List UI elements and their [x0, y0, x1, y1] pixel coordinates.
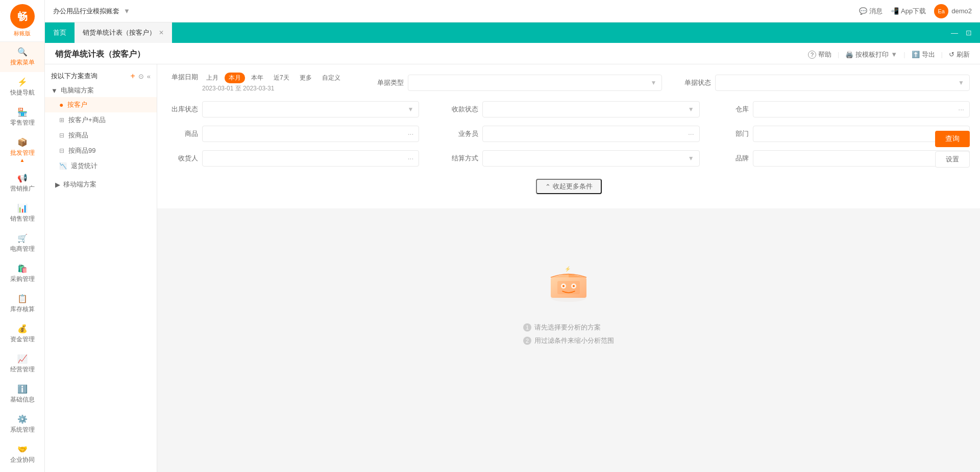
- sidebar-item-newguide[interactable]: 🎯 新手引导: [0, 469, 44, 472]
- minimize-btn[interactable]: —: [949, 28, 960, 38]
- date-tab-more[interactable]: 更多: [296, 73, 316, 83]
- sidebar-item-label: 营销推广: [10, 184, 35, 193]
- scheme-panel: 按以下方案查询 + ⊙ « ▼ 电脑端方案 ● 按: [45, 64, 157, 472]
- page-actions: ? 帮助 | 🖨️ 按模板打印 ▼ | ⬆️ 导出 | ↺ 刷新: [808, 50, 970, 59]
- scheme-item-by-product[interactable]: ⊟ 按商品: [45, 128, 157, 143]
- out-status-label: 出库状态: [167, 105, 198, 114]
- sidebar-item-system[interactable]: ⚙️ 系统管理: [0, 409, 44, 439]
- add-scheme-icon[interactable]: +: [130, 72, 135, 81]
- filter-staff: 业务员 ···: [448, 126, 699, 142]
- scheme-item-by-product99[interactable]: ⊟ 按商品99: [45, 143, 157, 158]
- svg-text:⚡: ⚡: [565, 266, 571, 272]
- product-input[interactable]: ···: [202, 126, 419, 142]
- app-name: 办公用品行业模拟账套: [53, 7, 119, 16]
- collect-status-input[interactable]: ▼: [482, 101, 699, 117]
- tab-sales-stats-label: 销货单统计表（按客户）: [83, 28, 156, 37]
- sidebar-item-retail[interactable]: 🏪 零售管理: [0, 102, 44, 132]
- sidebar-item-sales[interactable]: 📊 销售管理: [0, 198, 44, 228]
- filter-product: 商品 ···: [167, 126, 419, 142]
- doc-status-input[interactable]: ▼: [715, 75, 970, 91]
- warehouse-label: 仓库: [718, 105, 749, 114]
- refresh-btn[interactable]: ↺ 刷新: [949, 50, 970, 59]
- empty-state: ⚡ 1 请先选择要分析的方案 2 用过滤条件来缩小分析范围: [157, 208, 980, 388]
- enterprise-icon: 🤝: [17, 444, 28, 454]
- doc-type-chevron: ▼: [650, 79, 656, 86]
- sidebar-item-search[interactable]: 🔍 搜索菜单: [0, 42, 44, 72]
- date-tab-custom[interactable]: 自定义: [318, 73, 345, 83]
- maximize-btn[interactable]: ⊡: [964, 28, 974, 38]
- export-label: 导出: [922, 50, 935, 59]
- settings-scheme-icon[interactable]: ⊙: [138, 73, 144, 80]
- date-range: 2023-03-01 至 2023-03-31: [202, 84, 345, 93]
- sidebar-item-operation[interactable]: 📈 经营管理: [0, 349, 44, 379]
- by-customer-label: 按客户: [67, 100, 87, 109]
- settlement-input[interactable]: ▼: [482, 150, 699, 167]
- tab-home[interactable]: 首页: [45, 22, 75, 43]
- receiver-input[interactable]: ···: [202, 150, 419, 167]
- export-icon: ⬆️: [912, 51, 920, 58]
- sidebar-item-enterprise[interactable]: 🤝 企业协同: [0, 439, 44, 469]
- scheme-item-by-customer[interactable]: ● 按客户: [45, 97, 157, 112]
- tip-num-2: 2: [523, 337, 531, 345]
- user-profile[interactable]: Ea demo2: [934, 4, 972, 18]
- sidebar-item-quick-nav[interactable]: ⚡ 快捷导航: [0, 72, 44, 102]
- by-p-label: 按商品: [68, 131, 88, 140]
- by-cp-icon: ⊞: [59, 116, 64, 124]
- out-status-input[interactable]: ▼: [202, 101, 419, 117]
- header-right: 💬 消息 📲 App下载 Ea demo2: [859, 4, 972, 18]
- tab-sales-stats[interactable]: 销货单统计表（按客户） ✕: [75, 22, 172, 43]
- date-tab-current-year[interactable]: 本年: [247, 73, 267, 83]
- sidebar-item-wholesale[interactable]: 📦 批发管理 ▲: [0, 132, 44, 168]
- date-tab-last-month[interactable]: 上月: [202, 73, 223, 83]
- sidebar-item-marketing[interactable]: 📢 营销推广: [0, 168, 44, 198]
- purchase-icon: 🛍️: [17, 264, 28, 273]
- template-print-btn[interactable]: 🖨️ 按模板打印 ▼: [845, 50, 897, 59]
- collapse-scheme-icon[interactable]: «: [147, 73, 151, 80]
- product-dots: ···: [408, 130, 414, 138]
- top-header: 办公用品行业模拟账套 ▼ 💬 消息 📲 App下载 Ea demo2: [45, 0, 980, 22]
- doc-status-label: 单据状态: [680, 78, 711, 87]
- sidebar-item-inventory[interactable]: 📋 库存核算: [0, 289, 44, 319]
- sidebar-item-finance[interactable]: 💰 资金管理: [0, 319, 44, 349]
- scheme-item-by-customer-product[interactable]: ⊞ 按客户+商品: [45, 112, 157, 128]
- sidebar-item-label: 库存核算: [10, 305, 35, 314]
- collapse-btn[interactable]: ⌃ 收起更多条件: [536, 179, 602, 194]
- desktop-section-title[interactable]: ▼ 电脑端方案: [45, 84, 157, 97]
- settings-button[interactable]: 设置: [935, 151, 970, 168]
- collect-status-label: 收款状态: [448, 105, 478, 114]
- sidebar-item-label: 快捷导航: [10, 88, 35, 97]
- query-button[interactable]: 查询: [935, 131, 970, 147]
- marketing-icon: 📢: [17, 173, 28, 183]
- staff-input[interactable]: ···: [482, 126, 699, 142]
- app-dropdown-icon[interactable]: ▼: [124, 7, 130, 15]
- export-btn[interactable]: ⬆️ 导出: [912, 50, 935, 59]
- header-left: 办公用品行业模拟账套 ▼: [53, 7, 130, 16]
- mobile-section-title[interactable]: ▶ 移动端方案: [45, 178, 157, 191]
- divider-1: |: [838, 51, 839, 58]
- warehouse-dots: ···: [958, 105, 964, 113]
- doc-type-input[interactable]: ▼: [408, 75, 663, 91]
- nav-icon: ⚡: [17, 77, 28, 87]
- filter-doc-status: 单据状态 ▼: [680, 75, 970, 91]
- dept-label: 部门: [718, 129, 749, 138]
- sidebar-item-purchase[interactable]: 🛍️ 采购管理: [0, 258, 44, 289]
- logo-icon: 畅: [10, 4, 35, 29]
- help-btn[interactable]: ? 帮助: [808, 50, 831, 59]
- date-tab-current-month[interactable]: 本月: [225, 73, 245, 83]
- scheme-item-return-stats[interactable]: 📉 退货统计: [45, 158, 157, 174]
- tip-text-2: 用过滤条件来缩小分析范围: [534, 334, 614, 347]
- app-download-btn[interactable]: 📲 App下载: [891, 7, 926, 16]
- system-icon: ⚙️: [17, 414, 28, 424]
- svg-point-5: [562, 285, 565, 287]
- filter-receiver: 收货人 ···: [167, 150, 419, 167]
- date-tab-last-7[interactable]: 近7天: [270, 73, 293, 83]
- doc-status-chevron: ▼: [958, 79, 964, 86]
- sidebar-item-ecommerce[interactable]: 🛒 电商管理: [0, 228, 44, 258]
- mobile-arrow: ▶: [55, 181, 60, 188]
- warehouse-input[interactable]: ···: [753, 101, 970, 117]
- message-label: 消息: [869, 7, 883, 16]
- message-btn[interactable]: 💬 消息: [859, 7, 883, 16]
- brand-label: 品牌: [718, 154, 749, 163]
- sidebar-item-basic[interactable]: ℹ️ 基础信息: [0, 379, 44, 409]
- tab-close-btn[interactable]: ✕: [159, 29, 164, 36]
